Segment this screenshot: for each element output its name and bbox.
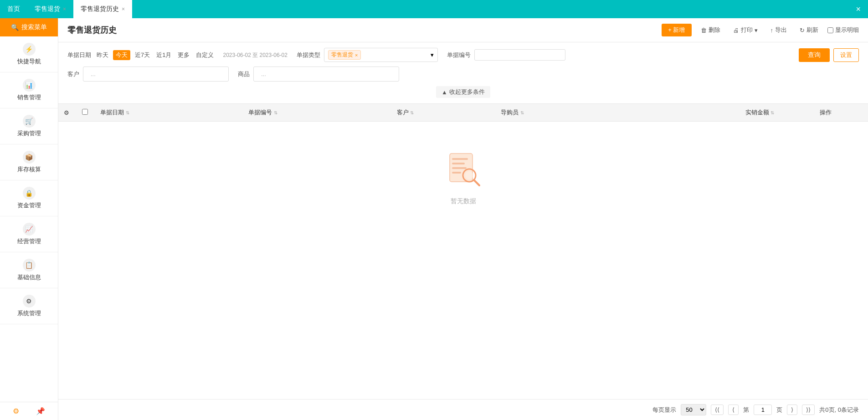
goods-filter-label: 商品: [238, 70, 250, 78]
tab-retail-return-history[interactable]: 零售退货历史 ×: [73, 0, 132, 18]
table-header-row: ⚙ 单据日期 ⇅ 单据编号 ⇅ 客户: [58, 104, 868, 122]
type-tag-remove[interactable]: ×: [355, 52, 358, 58]
col-date-label: 单据日期: [100, 109, 124, 116]
export-label: 导出: [775, 26, 787, 34]
shortcut-1month[interactable]: 近1月: [154, 50, 173, 60]
date-filter-label: 单据日期: [67, 51, 91, 59]
collapse-button[interactable]: ▲ 收起更多条件: [436, 86, 490, 98]
date-filter: 单据日期 昨天 今天 近7天 近1月 更多 自定义 2023-06-02 至 2…: [67, 50, 288, 60]
sidebar-item-finance-label: 资金管理: [17, 201, 41, 210]
tab-retail-return-history-label: 零售退货历史: [81, 5, 119, 13]
col-customer-label: 客户: [397, 109, 409, 116]
window-close-button[interactable]: ×: [848, 5, 868, 14]
search-menu-button[interactable]: 🔍 搜索菜单: [0, 18, 58, 36]
filter-row-2: 客户 ... 商品 ...: [67, 67, 859, 82]
sidebar-item-quick-nav-label: 快捷导航: [17, 57, 41, 66]
number-filter-input[interactable]: [474, 49, 565, 61]
col-amount-label: 实销金额: [745, 109, 769, 116]
show-detail-checkbox[interactable]: [827, 27, 833, 33]
svg-rect-3: [452, 167, 467, 169]
per-page-label: 每页显示: [652, 406, 676, 414]
shortcut-custom[interactable]: 自定义: [194, 50, 216, 60]
export-icon: ↑: [770, 27, 774, 34]
filter-area: 单据日期 昨天 今天 近7天 近1月 更多 自定义 2023-06-02 至 2…: [58, 42, 868, 104]
page-input[interactable]: [754, 405, 772, 415]
select-all-checkbox[interactable]: [82, 109, 88, 115]
per-page-select[interactable]: 50 10 20 100: [681, 404, 706, 415]
col-number-label: 单据编号: [248, 109, 272, 116]
sidebar-item-basic-info[interactable]: 📋 基础信息: [0, 252, 58, 288]
pagination-next-button[interactable]: ⟩: [787, 405, 797, 415]
col-guide-sort-icon: ⇅: [520, 110, 524, 115]
nav-tabs: 首页 零售退货 × 零售退货历史 ×: [0, 0, 848, 18]
sidebar-item-quick-nav[interactable]: ⚡ 快捷导航: [0, 36, 58, 72]
col-settings[interactable]: ⚙: [58, 104, 77, 122]
settings-button[interactable]: 设置: [833, 48, 859, 62]
goods-ellipsis: ...: [257, 69, 270, 79]
basic-info-icon: 📋: [23, 259, 36, 271]
shortcut-more[interactable]: 更多: [176, 50, 191, 60]
col-amount[interactable]: 实销金额 ⇅: [621, 104, 783, 122]
print-icon: 🖨: [733, 27, 739, 34]
finance-icon: 🔒: [23, 187, 36, 200]
col-checkbox: [77, 104, 95, 122]
pagination-first-button[interactable]: ⟨⟨: [711, 405, 724, 415]
sidebar-pin-button[interactable]: 📌: [36, 407, 45, 415]
close-tab-retail-return-history[interactable]: ×: [122, 6, 125, 12]
collapse-label: 收起更多条件: [449, 88, 485, 96]
sidebar-item-finance[interactable]: 🔒 资金管理: [0, 180, 58, 216]
print-button[interactable]: 🖨 打印 ▾: [729, 24, 761, 36]
delete-button[interactable]: 🗑 删除: [697, 24, 724, 36]
sidebar-item-purchase-mgmt-label: 采购管理: [17, 129, 41, 138]
tab-home[interactable]: 首页: [0, 0, 27, 18]
customer-select[interactable]: ...: [83, 67, 229, 82]
top-nav: 首页 零售退货 × 零售退货历史 × ×: [0, 0, 868, 18]
pagination: 每页显示 50 10 20 100 ⟨⟨ ⟨ 第 页 ⟩ ⟩⟩ 共0页, 0条记…: [58, 399, 868, 420]
col-customer-sort-icon: ⇅: [410, 110, 414, 115]
refresh-button[interactable]: ↻ 刷新: [796, 24, 822, 36]
shortcut-today[interactable]: 今天: [113, 50, 130, 60]
col-number[interactable]: 单据编号 ⇅: [243, 104, 391, 122]
col-date-sort-icon: ⇅: [126, 110, 129, 115]
sidebar-item-inventory[interactable]: 📦 库存核算: [0, 144, 58, 180]
sidebar-item-system-label: 系统管理: [17, 309, 41, 318]
col-date[interactable]: 单据日期 ⇅: [95, 104, 243, 122]
sidebar-item-operations[interactable]: 📈 经营管理: [0, 216, 58, 252]
customer-filter: 客户 ...: [67, 67, 229, 82]
sidebar-items: ⚡ 快捷导航 📊 销售管理 🛒 采购管理 📦 库存核算 🔒 资金管理 📈: [0, 36, 58, 402]
type-select[interactable]: 零售退货 × ▾: [324, 48, 438, 62]
export-button[interactable]: ↑ 导出: [767, 24, 791, 36]
quick-nav-icon: ⚡: [23, 43, 36, 56]
col-customer[interactable]: 客户 ⇅: [391, 104, 496, 122]
content-area: 零售退货历史 + 新增 🗑 删除 🖨 打印 ▾ ↑ 导出 ↻: [58, 18, 868, 420]
sidebar-footer: ⚙ 📌: [0, 402, 58, 420]
show-detail-checkbox-wrapper[interactable]: 显示明细: [827, 26, 859, 34]
sidebar-item-sales-mgmt-label: 销售管理: [17, 93, 41, 102]
sidebar-item-sales-mgmt[interactable]: 📊 销售管理: [0, 72, 58, 108]
sidebar-item-purchase-mgmt[interactable]: 🛒 采购管理: [0, 108, 58, 144]
close-tab-retail-return[interactable]: ×: [63, 6, 66, 12]
goods-filter: 商品 ...: [238, 67, 399, 82]
col-guide[interactable]: 导购员 ⇅: [495, 104, 621, 122]
page-header: 零售退货历史 + 新增 🗑 删除 🖨 打印 ▾ ↑ 导出 ↻: [58, 18, 868, 42]
data-table: ⚙ 单据日期 ⇅ 单据编号 ⇅ 客户: [58, 104, 868, 233]
shortcut-7days[interactable]: 近7天: [133, 50, 152, 60]
col-operation: 操作: [783, 104, 868, 122]
tab-retail-return[interactable]: 零售退货 ×: [27, 0, 73, 18]
total-label: 共0页, 0条记录: [819, 406, 859, 414]
sidebar-item-operations-label: 经营管理: [17, 237, 41, 246]
pagination-last-button[interactable]: ⟩⟩: [802, 405, 815, 415]
page-unit: 页: [776, 406, 782, 414]
sidebar-settings-button[interactable]: ⚙: [13, 407, 19, 415]
empty-state: 暂无数据: [58, 122, 868, 233]
sales-mgmt-icon: 📊: [23, 79, 36, 92]
pagination-prev-button[interactable]: ⟨: [728, 405, 739, 415]
date-range-display: 2023-06-02 至 2023-06-02: [223, 52, 287, 58]
shortcut-yesterday[interactable]: 昨天: [95, 50, 110, 60]
customer-ellipsis: ...: [87, 69, 99, 79]
sidebar-item-system[interactable]: ⚙ 系统管理: [0, 288, 58, 324]
query-button[interactable]: 查询: [799, 48, 830, 62]
goods-select[interactable]: ...: [253, 67, 399, 82]
new-button[interactable]: + 新增: [662, 24, 691, 36]
search-menu-icon: 🔍: [11, 24, 19, 31]
